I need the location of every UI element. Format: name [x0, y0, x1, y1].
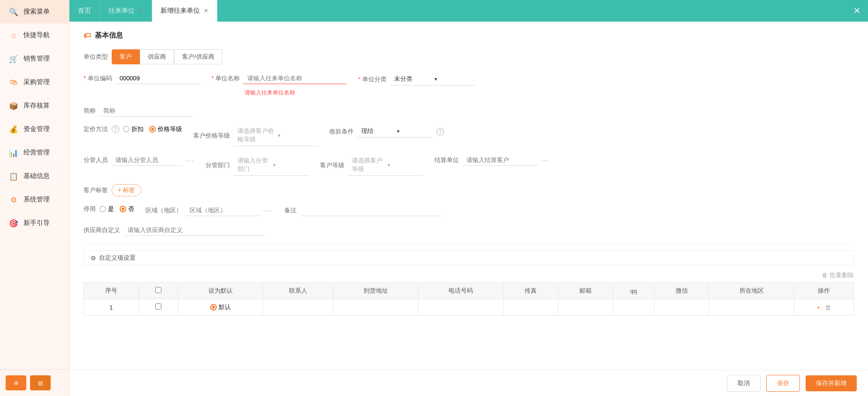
- pricing-question-icon[interactable]: ?: [112, 125, 119, 133]
- supplier-custom-input[interactable]: [124, 225, 265, 236]
- remarks-input[interactable]: [300, 205, 441, 216]
- customer-price-level-select[interactable]: 请选择客户价格等级 ▾: [234, 125, 318, 146]
- unit-type-customer-btn[interactable]: 客户: [112, 49, 140, 64]
- form-group-pricing-method: 定价方法 ? 折扣 价格等级: [84, 125, 182, 133]
- sidebar-item-basic[interactable]: 📋 基础信息: [0, 164, 69, 188]
- form-group-supplier-custom: 供应商自定义: [84, 225, 265, 236]
- disabled-yes-label: 是: [108, 205, 114, 213]
- manager-input[interactable]: [112, 155, 182, 166]
- manager-more-btn[interactable]: ···: [186, 156, 194, 164]
- col-fax: 传真: [503, 283, 558, 299]
- settlement-unit-more-btn[interactable]: ···: [541, 156, 550, 164]
- tab-partners[interactable]: 往来单位 ✕: [100, 0, 152, 22]
- sidebar-label-inventory: 库存核算: [23, 101, 50, 110]
- disabled-yes-option[interactable]: 是: [99, 205, 114, 213]
- row-address: [333, 299, 418, 316]
- row-checkbox-cell: [138, 299, 178, 316]
- pricing-discount-radio[interactable]: [123, 126, 129, 132]
- disabled-label: 停用: [84, 205, 96, 213]
- pricing-level-radio[interactable]: [149, 126, 156, 132]
- window-close-btn[interactable]: ✕: [853, 6, 860, 16]
- sidebar-bottom-btn1[interactable]: ⊕: [6, 375, 26, 390]
- sidebar-item-sales[interactable]: 🛒 销售管理: [0, 47, 69, 70]
- pricing-discount-option[interactable]: 折扣: [123, 125, 144, 133]
- row-default-radio-option[interactable]: 默认: [183, 303, 258, 311]
- payment-terms-label: 收款条件: [329, 127, 354, 136]
- form-row-supplier-custom: 供应商自定义: [84, 225, 854, 236]
- payment-terms-select[interactable]: 现结 ▾: [358, 125, 433, 138]
- form-group-unit-name: 单位名称 请输入往来单位名称: [212, 73, 347, 97]
- sidebar: 🔍 搜索菜单 ⌂ 快捷导航 🛒 销售管理 🛍 采购管理 📦 库存核算 💰 资金管…: [0, 0, 69, 396]
- customer-price-level-placeholder: 请选择客户价格等级: [237, 127, 274, 144]
- sidebar-item-quicknav[interactable]: ⌂ 快捷导航: [0, 23, 69, 47]
- customer-level-select[interactable]: 请选择客户等级 ▾: [348, 155, 423, 176]
- unit-code-input[interactable]: [116, 73, 200, 84]
- settlement-unit-input[interactable]: [463, 155, 538, 166]
- col-phone: 电话号码: [418, 283, 503, 299]
- tab-home[interactable]: 首页: [69, 0, 100, 22]
- row-contact: [263, 299, 333, 316]
- tab-new-partner-close[interactable]: ✕: [204, 8, 208, 14]
- sidebar-bottom-btn2[interactable]: ▤: [30, 375, 51, 390]
- row-default-label: 默认: [219, 303, 231, 311]
- row-add-btn[interactable]: +: [817, 304, 821, 311]
- newbie-icon: 🎯: [8, 218, 19, 228]
- table-select-all[interactable]: [155, 287, 161, 293]
- supplier-custom-label: 供应商自定义: [84, 226, 120, 234]
- department-placeholder: 请输入分管部门: [237, 156, 269, 173]
- sidebar-item-system[interactable]: ⚙ 系统管理: [0, 188, 69, 211]
- operations-icon: 📊: [8, 148, 19, 158]
- form-group-unit-code: 单位编码: [84, 73, 200, 84]
- sidebar-item-inventory[interactable]: 📦 库存核算: [0, 94, 69, 117]
- section-header-basic: 🏷 基本信息: [84, 31, 854, 40]
- sidebar-item-operations[interactable]: 📊 经营管理: [0, 141, 69, 164]
- payment-terms-question-icon[interactable]: ?: [436, 128, 444, 135]
- shortname-input[interactable]: [99, 105, 193, 116]
- unit-category-select[interactable]: 未分类 ▾: [390, 73, 475, 85]
- unit-type-both-btn[interactable]: 客户/供应商: [174, 49, 222, 64]
- batch-delete-label[interactable]: 批量删除: [830, 271, 854, 280]
- form-group-remarks: 备注: [284, 205, 441, 216]
- col-qq: qq: [613, 283, 654, 299]
- form-row-shortname: 简称: [84, 105, 854, 116]
- row-checkbox[interactable]: [155, 303, 161, 310]
- department-select[interactable]: 请输入分管部门 ▾: [234, 155, 309, 176]
- system-icon: ⚙: [8, 194, 19, 205]
- unit-type-group: 客户 供应商 客户/供应商: [112, 49, 222, 64]
- form-group-region: 区域（地区） ···: [145, 205, 273, 216]
- sidebar-item-purchase[interactable]: 🛍 采购管理: [0, 70, 69, 94]
- sidebar-label-finance: 资金管理: [23, 125, 50, 133]
- pricing-method-label: 定价方法: [84, 125, 108, 133]
- unit-type-label: 单位类型: [84, 53, 108, 61]
- sidebar-item-newbie[interactable]: 🎯 新手引导: [0, 211, 69, 235]
- settlement-unit-label: 结算单位: [434, 156, 459, 164]
- sidebar-item-search[interactable]: 🔍 搜索菜单: [0, 0, 69, 23]
- table-header-row: 序号 设为默认 联系人 到货地址 电话号码 传真 邮箱 qq 微信 所在地区 操…: [84, 283, 854, 299]
- page-content: 🏷 基本信息 单位类型 客户 供应商 客户/供应商 单位编码 单位名: [69, 22, 868, 370]
- unit-name-input[interactable]: [244, 73, 347, 84]
- add-tag-btn[interactable]: + 标签: [112, 184, 141, 196]
- row-default-radio[interactable]: [210, 304, 217, 311]
- sidebar-item-finance[interactable]: 💰 资金管理: [0, 117, 69, 141]
- customer-level-placeholder: 请选择客户等级: [352, 156, 384, 173]
- sidebar-label-operations: 经营管理: [23, 148, 50, 157]
- sidebar-label-sales: 销售管理: [23, 54, 50, 63]
- disabled-no-radio[interactable]: [120, 206, 126, 212]
- pricing-level-option[interactable]: 价格等级: [149, 125, 182, 133]
- custom-settings-btn[interactable]: ⚙ 自定义项设置: [84, 250, 854, 265]
- cancel-button[interactable]: 取消: [727, 375, 761, 392]
- save-new-button[interactable]: 保存并新增: [806, 375, 857, 391]
- row-delete-btn[interactable]: 🗑: [825, 304, 831, 311]
- remarks-label: 备注: [284, 206, 297, 215]
- disabled-no-option[interactable]: 否: [120, 205, 134, 213]
- disabled-yes-radio[interactable]: [99, 206, 106, 212]
- region-more-btn[interactable]: ···: [265, 207, 273, 214]
- save-button[interactable]: 保存: [766, 375, 800, 392]
- region-input[interactable]: [186, 205, 261, 216]
- tab-partners-close[interactable]: ✕: [138, 8, 143, 14]
- customer-price-level-label: 客户价格等级: [193, 132, 230, 140]
- section-title: 基本信息: [95, 31, 123, 40]
- row-actions: + 🗑: [794, 299, 853, 316]
- tab-new-partner[interactable]: 新增往来单位 ✕: [152, 0, 217, 22]
- unit-type-supplier-btn[interactable]: 供应商: [140, 49, 174, 64]
